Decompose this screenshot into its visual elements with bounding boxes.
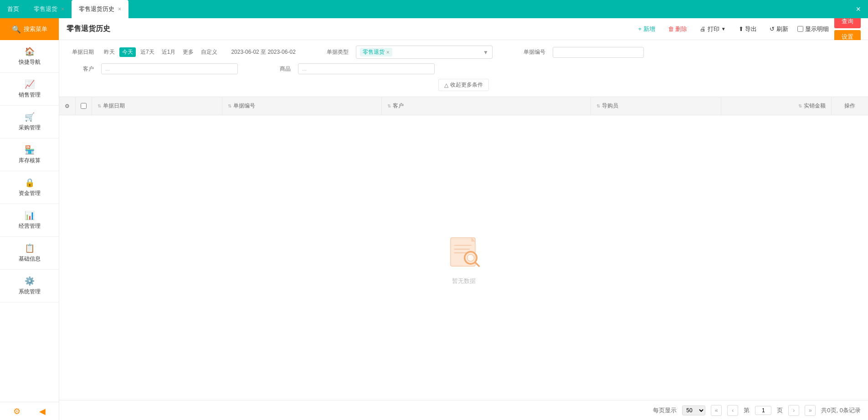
query-button[interactable]: 查询	[834, 18, 861, 28]
date-opt-month[interactable]: 近1月	[159, 47, 179, 57]
window-close-icon[interactable]: ×	[856, 5, 861, 14]
th-customer[interactable]: ⇅ 客户	[382, 97, 591, 115]
th-date[interactable]: ⇅ 单据日期	[92, 97, 222, 115]
th-date-label: 单据日期	[103, 102, 125, 110]
filter-area: 单据日期 昨天 今天 近7天 近1月 更多 自定义 2023-06-02 至 2…	[59, 40, 868, 97]
quick-nav-icon: 🏠	[25, 46, 35, 56]
refresh-button[interactable]: ↺ 刷新	[766, 23, 792, 35]
display-detail-toggle[interactable]: 显示明细	[797, 25, 829, 33]
date-opt-today[interactable]: 今天	[119, 47, 136, 57]
tab-retail-return-close[interactable]: ×	[61, 6, 64, 12]
next-page-button[interactable]: ›	[788, 405, 799, 416]
tab-retail-return[interactable]: 零售退货 ×	[26, 0, 72, 18]
empty-text: 暂无数据	[452, 277, 476, 285]
filter-row-1: 单据日期 昨天 今天 近7天 近1月 更多 自定义 2023-06-02 至 2…	[67, 46, 861, 59]
svg-line-8	[475, 262, 479, 266]
sidebar-item-quick-nav[interactable]: 🏠 快捷导航	[0, 40, 59, 73]
type-filter-tag-text: 零售退货	[363, 48, 385, 56]
prev-page-button[interactable]: ‹	[727, 405, 738, 416]
sidebar-search-label: 搜索菜单	[24, 25, 47, 33]
system-icon: ⚙️	[25, 276, 35, 286]
page-size-select[interactable]: 50 10 20 100	[682, 405, 705, 415]
sidebar-bottom: ⚙ ◀	[0, 402, 59, 420]
sidebar-item-basic-info-label: 基础信息	[19, 255, 41, 263]
new-button[interactable]: + 新增	[634, 23, 658, 35]
date-range-display[interactable]: 2023-06-02 至 2023-06-02	[231, 48, 295, 56]
page-size-label: 每页显示	[653, 406, 677, 415]
first-page-icon: «	[715, 407, 718, 414]
type-filter-select[interactable]: 零售退货 × ▼	[356, 46, 493, 59]
table-body: 暂无数据	[59, 115, 868, 400]
page-title: 零售退货历史	[67, 24, 110, 34]
type-filter-arrow: ▼	[483, 49, 488, 56]
print-button-label: 🖨 打印	[700, 25, 719, 33]
th-check[interactable]	[76, 97, 92, 115]
date-opt-custom[interactable]: 自定义	[198, 47, 220, 57]
sidebar-item-operation[interactable]: 📊 经营管理	[0, 204, 59, 237]
sort-icon-customer: ⇅	[387, 103, 391, 108]
th-amount-label: 实销金额	[804, 102, 826, 110]
last-page-icon: »	[809, 407, 812, 414]
sort-icon-guide: ⇅	[596, 103, 600, 108]
customer-ellipsis: ...	[105, 66, 110, 72]
main-layout: 🔍 搜索菜单 🏠 快捷导航 📈 销售管理 🛒 采购管理 🏪 库存核算 🔒	[0, 18, 868, 420]
type-filter-tag: 零售退货 ×	[360, 48, 392, 56]
sidebar-item-purchase-mgmt[interactable]: 🛒 采购管理	[0, 106, 59, 138]
page-number-input[interactable]	[755, 406, 771, 415]
date-opt-more[interactable]: 更多	[180, 47, 196, 57]
sidebar-item-inventory[interactable]: 🏪 库存核算	[0, 138, 59, 171]
export-button[interactable]: ⬆ 导出	[735, 23, 761, 35]
delete-button[interactable]: 🗑 删除	[664, 23, 691, 35]
goods-filter-select[interactable]: ...	[298, 63, 435, 74]
basic-info-icon: 📋	[25, 243, 35, 253]
date-opt-week[interactable]: 近7天	[138, 47, 157, 57]
sidebar-search[interactable]: 🔍 搜索菜单	[0, 18, 59, 40]
print-button[interactable]: 🖨 打印 ▼	[696, 23, 729, 35]
empty-state: 暂无数据	[441, 230, 487, 285]
customer-filter-select[interactable]: ...	[101, 63, 238, 74]
sidebar-item-purchase-mgmt-label: 采购管理	[19, 124, 41, 132]
first-page-button[interactable]: «	[711, 405, 722, 416]
top-tab-bar: 首页 零售退货 × 零售退货历史 × ×	[0, 0, 868, 18]
pagination-bar: 每页显示 50 10 20 100 « ‹ 第 页 ›	[59, 400, 868, 420]
delete-button-label: 🗑 删除	[668, 25, 688, 33]
settings-bottom-icon[interactable]: ⚙	[13, 406, 21, 416]
tab-home[interactable]: 首页	[0, 0, 26, 18]
select-all-checkbox[interactable]	[81, 103, 87, 109]
date-opt-yesterday[interactable]: 昨天	[101, 47, 118, 57]
sidebar-item-sales-mgmt[interactable]: 📈 销售管理	[0, 73, 59, 106]
gear-icon: ⚙	[65, 103, 70, 109]
display-detail-checkbox[interactable]	[797, 26, 803, 32]
display-detail-label: 显示明细	[805, 25, 829, 33]
sidebar-menu: 🏠 快捷导航 📈 销售管理 🛒 采购管理 🏪 库存核算 🔒 资金管理 📊	[0, 40, 59, 402]
type-filter-remove[interactable]: ×	[386, 49, 390, 56]
th-num[interactable]: ⇅ 单据编号	[222, 97, 382, 115]
page-label: 第	[744, 406, 750, 415]
tab-retail-return-history-close[interactable]: ×	[118, 6, 121, 12]
collapse-filter-button[interactable]: △ 收起更多条件	[438, 79, 489, 91]
purchase-mgmt-icon: 🛒	[25, 112, 35, 122]
sidebar-item-sales-mgmt-label: 销售管理	[19, 91, 41, 99]
svg-point-7	[467, 254, 474, 261]
th-action: 操作	[832, 97, 868, 115]
last-page-button[interactable]: »	[805, 405, 816, 416]
operation-icon: 📊	[25, 210, 35, 220]
sidebar-item-system[interactable]: ⚙️ 系统管理	[0, 270, 59, 302]
th-amount[interactable]: ⇅ 实销金额	[721, 97, 832, 115]
collapse-sidebar-icon[interactable]: ◀	[39, 406, 46, 416]
refresh-button-label: ↺ 刷新	[770, 25, 788, 33]
inventory-icon: 🏪	[25, 145, 35, 155]
th-settings[interactable]: ⚙	[59, 97, 76, 115]
date-options: 昨天 今天 近7天 近1月 更多 自定义	[101, 47, 220, 57]
total-label: 共0页, 0条记录	[821, 406, 861, 415]
num-filter-input[interactable]	[553, 47, 644, 58]
th-guide[interactable]: ⇅ 导购员	[591, 97, 721, 115]
sidebar-item-finance[interactable]: 🔒 资金管理	[0, 171, 59, 204]
next-page-icon: ›	[793, 407, 795, 414]
num-filter-label: 单据编号	[518, 48, 545, 56]
print-dropdown-icon: ▼	[721, 26, 726, 31]
date-filter-label: 单据日期	[67, 48, 94, 56]
sidebar-item-operation-label: 经营管理	[19, 222, 41, 230]
tab-retail-return-history[interactable]: 零售退货历史 ×	[72, 0, 128, 18]
sidebar-item-basic-info[interactable]: 📋 基础信息	[0, 237, 59, 270]
